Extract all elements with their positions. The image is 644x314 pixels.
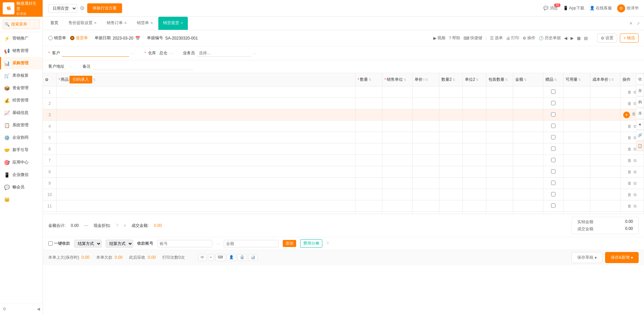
online-service[interactable]: 👤 在线客服 [590, 5, 612, 11]
pkg-qty-cell-4[interactable] [486, 121, 513, 132]
warehouse-more-btn[interactable]: ··· [169, 51, 173, 56]
sidebar-item-member[interactable]: 👑 [0, 193, 43, 205]
copy-row-btn-10[interactable]: ⧉ [634, 192, 637, 197]
delete-row-btn-3[interactable]: 🗑 [632, 112, 636, 118]
avail-cell-11[interactable] [564, 200, 590, 212]
pkg-qty-cell-1[interactable] [486, 86, 513, 98]
pkg-qty-cell-2[interactable] [486, 98, 513, 109]
avail-cell-6[interactable] [564, 143, 590, 155]
product-input[interactable] [59, 113, 354, 117]
qty-cell-10[interactable] [356, 189, 382, 200]
gift-cell-3[interactable] [543, 109, 564, 121]
tab-home[interactable]: 首页 [46, 17, 63, 30]
pkg-qty-cell-9[interactable] [486, 178, 513, 189]
product-cell-5[interactable] [56, 132, 356, 143]
sidebar-item-ops-mgmt[interactable]: 📈 基础信息 [0, 107, 43, 119]
delete-row-btn-8[interactable]: 🗑 [628, 170, 632, 174]
product-cell-2[interactable] [56, 98, 356, 109]
tab-sales-order[interactable]: 销售订单 ✕ [102, 17, 131, 30]
price-cell-9[interactable] [413, 178, 439, 189]
price-cell-6[interactable] [413, 143, 439, 155]
amount-cell-6[interactable] [513, 143, 543, 155]
customer-more-btn[interactable]: ··· [131, 51, 135, 56]
unit2-cell-7[interactable] [463, 155, 486, 166]
right-btn-inventory[interactable]: 库 [636, 108, 644, 119]
sidebar-item-sales-mgmt[interactable]: 📊 采购管理 [0, 57, 43, 69]
qty-sort-icon[interactable]: ⇅ [369, 78, 371, 81]
collapse-icon[interactable]: ◀ [37, 307, 40, 311]
search-menu-button[interactable]: 🔍 搜索菜单 [3, 19, 40, 29]
sidebar-item-sys-mgmt[interactable]: ⚙️ 企业协同 [0, 131, 43, 144]
gift-cell-10[interactable] [543, 189, 564, 200]
right-btn-link[interactable]: 🔗 [636, 130, 644, 140]
gift-checkbox-1[interactable] [551, 89, 555, 94]
amount-cell-4[interactable] [513, 121, 543, 132]
next-btn[interactable]: ▶ [571, 36, 574, 41]
sales-unit-cell-3[interactable] [382, 109, 413, 121]
cost-price-cell-1[interactable] [590, 86, 621, 98]
delete-row-btn-10[interactable]: 🗑 [628, 192, 632, 197]
salesperson-more-btn[interactable]: ··· [253, 51, 257, 56]
cost-price-cell-4[interactable] [590, 121, 621, 132]
gift-cell-6[interactable] [543, 143, 564, 155]
fee-split-btn[interactable]: 费用分摊 [300, 239, 322, 248]
gift-cell-1[interactable] [543, 86, 564, 98]
avail-sort-icon[interactable]: ⇅ [578, 78, 581, 81]
unit2-cell-10[interactable] [463, 189, 486, 200]
delete-row-btn-6[interactable]: 🗑 [628, 147, 632, 151]
unit2-cell-2[interactable] [463, 98, 486, 109]
sidebar-item-new-guide[interactable]: 🎯 应用中心 [0, 156, 43, 169]
calendar-icon[interactable]: 📅 [135, 36, 140, 41]
avail-cell-2[interactable] [564, 98, 590, 109]
address-more-btn[interactable]: ··· [69, 64, 72, 69]
product-cell-9[interactable] [56, 178, 356, 189]
unit2-cell-4[interactable] [463, 121, 486, 132]
history-btn[interactable]: 🕐 历史单据 [539, 35, 561, 41]
product-cell-4[interactable] [56, 121, 356, 132]
gift-cell-7[interactable] [543, 155, 564, 166]
pkg-qty-cell-10[interactable] [486, 189, 513, 200]
cost-sort-icon[interactable]: ⇅ [611, 78, 614, 81]
amount-cell-8[interactable] [513, 166, 543, 178]
sidebar-item-base-info[interactable]: 📋 系统管理 [0, 119, 43, 131]
price-cell-5[interactable] [413, 132, 439, 143]
tab-close-sales-return[interactable]: ✕ [180, 21, 183, 25]
amount-cell-1[interactable] [513, 86, 543, 98]
gift-checkbox-5[interactable] [551, 135, 555, 139]
price-cell-10[interactable] [413, 189, 439, 200]
delete-row-btn-5[interactable]: 🗑 [628, 135, 632, 140]
qty-cell-1[interactable] [356, 86, 382, 98]
gift-checkbox-3[interactable] [551, 112, 555, 117]
settings-icon[interactable]: ⚙ [3, 307, 6, 311]
sidebar-item-collab[interactable]: 🤝 新手引导 [0, 144, 43, 156]
amount-cell-7[interactable] [513, 155, 543, 166]
customer-input[interactable] [62, 50, 129, 57]
right-btn-send[interactable]: 发 [636, 85, 644, 96]
video-btn[interactable]: ▶ 视频 [433, 35, 445, 41]
qty-cell-9[interactable] [356, 178, 382, 189]
list-view-btn[interactable]: ▤ [584, 36, 588, 41]
pkg-qty-cell-8[interactable] [486, 166, 513, 178]
price-cell-4[interactable] [413, 121, 439, 132]
operate-btn[interactable]: ⚙ 操作 [523, 35, 535, 41]
price-cell-8[interactable] [413, 166, 439, 178]
cost-price-cell-9[interactable] [590, 178, 621, 189]
gift-cell-5[interactable] [543, 132, 564, 143]
gift-checkbox-4[interactable] [551, 124, 555, 128]
fee-help-icon[interactable]: ? [326, 241, 329, 246]
product-cell-10[interactable] [56, 189, 356, 200]
grid-view-btn[interactable]: ▦ [577, 36, 581, 41]
copy-row-btn-7[interactable]: ⧉ [634, 158, 637, 163]
qty2-cell-6[interactable] [439, 143, 463, 155]
unit2-cell-6[interactable] [463, 143, 486, 155]
sales-unit-cell-1[interactable] [382, 86, 413, 98]
app-download[interactable]: 📱 App下载 [563, 5, 584, 11]
avail-cell-9[interactable] [564, 178, 590, 189]
message-center[interactable]: 💬 消息 70 [543, 5, 557, 11]
trial-plan-button[interactable]: 体验行业方案 [87, 3, 122, 13]
gift-cell-9[interactable] [543, 178, 564, 189]
qty2-sort-icon[interactable]: ⇅ [452, 78, 455, 81]
copy-row-btn-8[interactable]: ⧉ [634, 170, 637, 174]
shortcut-btn[interactable]: ⌨ 快捷键 [464, 35, 482, 41]
sales-unit-cell-11[interactable] [382, 200, 413, 212]
